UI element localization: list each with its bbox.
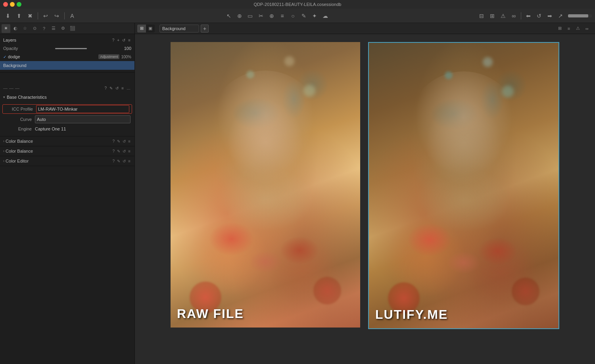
raw-file-photo (171, 42, 360, 328)
bc-edit-icon[interactable]: ✎ (109, 86, 113, 91)
infinity-icon[interactable]: ∞ (509, 11, 518, 21)
viewer-warning-icon[interactable]: ⚠ (574, 25, 582, 33)
base-char-header[interactable] (0, 73, 134, 84)
layer-background[interactable]: Background (0, 61, 134, 70)
download-icon[interactable]: ⬇ (3, 11, 13, 21)
refresh-icon[interactable]: ↺ (534, 11, 544, 21)
close-icon[interactable]: ✖ (25, 11, 35, 21)
panel-tabs: ☀ ◐ ☆ ⊙ ? ☰ ⚙ ⬛ (0, 23, 134, 34)
grid-icon[interactable]: ⊞ (488, 11, 497, 21)
select-tool-icon[interactable]: ↖ (224, 11, 234, 21)
cb1-reset-icon[interactable]: ↺ (122, 139, 127, 144)
layers-menu-icon[interactable]: ≡ (127, 38, 131, 43)
circle-icon[interactable]: ○ (288, 11, 298, 21)
add-layer-button[interactable]: + (201, 25, 209, 33)
lutify-container: LUTIFY.ME (368, 42, 559, 329)
single-view-button[interactable]: ▣ (146, 25, 155, 33)
main-viewer: ⊞ ▣ Background + ⊞ ≡ ⚠ ∞ (135, 23, 595, 364)
list-icon[interactable]: ≡ (278, 11, 287, 21)
base-char-title-row[interactable]: ▾ Base Characteristics (0, 92, 134, 102)
forward-icon[interactable]: ➡ (545, 11, 555, 21)
base-char-title: ▾ Base Characteristics (3, 95, 47, 100)
cb2-icons: ? ✎ ↺ ≡ (112, 149, 131, 154)
viewer-grid-icon[interactable]: ⊞ (556, 25, 564, 33)
ce-edit-icon[interactable]: ✎ (116, 159, 121, 164)
cb1-help-icon[interactable]: ? (112, 139, 116, 144)
curve-select[interactable]: Auto (35, 115, 131, 123)
maximize-button[interactable] (17, 2, 21, 7)
grid-view-button[interactable]: ⊞ (137, 25, 146, 33)
viewer-infinity-icon[interactable]: ∞ (583, 25, 591, 33)
layer-dodge[interactable]: ✓ dodge Adjustment 100% (0, 52, 134, 61)
layers-section-icons: ? + ↺ ≡ (111, 38, 131, 43)
brush-icon[interactable]: ☁ (321, 11, 330, 21)
crop-icon[interactable]: ▭ (246, 11, 255, 21)
star-icon[interactable]: ✦ (310, 11, 319, 21)
upload-icon[interactable]: ⬆ (14, 11, 24, 21)
image-canvas: RAW FILE LUTIFY.ME (135, 34, 595, 364)
color-balance-1-panel: › Color Balance ? ✎ ↺ ≡ (0, 136, 134, 146)
icc-profile-select[interactable]: LM-RAW-TO-Minkar (36, 105, 129, 113)
bc-more-icon[interactable]: … (126, 86, 131, 91)
ce-menu-icon[interactable]: ≡ (127, 159, 131, 164)
layers-reset-icon[interactable]: ↺ (121, 38, 126, 43)
panel-tab-black[interactable]: ⬛ (68, 24, 77, 33)
close-button[interactable] (3, 2, 8, 7)
panel-tab-settings[interactable]: ⚙ (59, 24, 67, 33)
cb2-help-icon[interactable]: ? (112, 149, 116, 154)
lutify-photo (369, 43, 559, 328)
base-char-body: ICC Profile LM-RAW-TO-Minkar Curve Auto … (0, 102, 134, 136)
warning-icon[interactable]: ⚠ (498, 11, 508, 21)
base-char-icons: ? ✎ ↺ ≡ … (104, 86, 131, 91)
panel-tab-help[interactable]: ? (40, 24, 48, 33)
engine-row: Engine Capture One 11 (0, 124, 134, 134)
panel-tab-color[interactable]: ◐ (11, 24, 20, 33)
bc-help-icon[interactable]: ? (104, 86, 108, 91)
cb2-edit-icon[interactable]: ✎ (116, 149, 121, 154)
external-icon[interactable]: ↗ (556, 11, 565, 21)
cb1-edit-icon[interactable]: ✎ (116, 139, 121, 144)
window-controls[interactable] (3, 2, 21, 7)
separator-1 (38, 12, 38, 19)
viewer-list-icon[interactable]: ≡ (565, 25, 573, 33)
text-icon[interactable]: A (67, 11, 77, 21)
layers-add-icon[interactable]: + (116, 38, 120, 43)
cb2-reset-icon[interactable]: ↺ (122, 149, 127, 154)
engine-value: Capture One 11 (35, 126, 66, 131)
opacity-value: 100 (124, 46, 131, 51)
layer-dodge-name: dodge (8, 54, 98, 59)
pen-icon[interactable]: ✎ (299, 11, 309, 21)
curve-label: Curve (4, 117, 32, 122)
curve-row: Curve Auto (0, 115, 134, 124)
bc-list-icon[interactable]: ≡ (121, 86, 125, 91)
color-editor-header[interactable]: › Color Editor ? ✎ ↺ ≡ (0, 156, 134, 166)
bc-reset-icon[interactable]: ↺ (115, 86, 119, 91)
undo-icon[interactable]: ↩ (41, 11, 50, 21)
view-toggle: ⊞ ▣ (137, 25, 155, 33)
cb2-menu-icon[interactable]: ≡ (127, 149, 131, 154)
layer-dropdown[interactable]: Background (159, 25, 199, 33)
zoom-icon[interactable]: ⊕ (235, 11, 244, 21)
ce-reset-icon[interactable]: ↺ (122, 159, 127, 164)
panel-tab-list[interactable]: ☰ (49, 24, 58, 33)
lutify-label: LUTIFY.ME (375, 307, 448, 322)
color-balance-1-header[interactable]: › Color Balance ? ✎ ↺ ≡ (0, 136, 134, 146)
panel-tab-adjustments[interactable]: ☀ (2, 24, 10, 33)
color-editor-panel: › Color Editor ? ✎ ↺ ≡ (0, 156, 134, 166)
color-balance-2-title: › Color Balance (3, 149, 33, 153)
ce-help-icon[interactable]: ? (112, 159, 116, 164)
color-balance-2-header[interactable]: › Color Balance ? ✎ ↺ ≡ (0, 146, 134, 156)
layers-help-icon[interactable]: ? (111, 38, 115, 43)
panel-tab-lens[interactable]: ⊙ (30, 24, 39, 33)
panel-tab-star[interactable]: ☆ (21, 24, 29, 33)
cut-icon[interactable]: ✂ (256, 11, 266, 21)
redo-icon[interactable]: ↪ (52, 11, 61, 21)
opacity-row: Opacity 100 (0, 44, 134, 52)
makeup-overlay-left (180, 171, 351, 285)
compare-icon[interactable]: ⊟ (477, 11, 486, 21)
opacity-slider[interactable] (55, 48, 87, 49)
back-icon[interactable]: ⬅ (524, 11, 533, 21)
minimize-button[interactable] (10, 2, 15, 7)
add-icon[interactable]: ⊕ (267, 11, 276, 21)
cb1-menu-icon[interactable]: ≡ (127, 139, 131, 144)
